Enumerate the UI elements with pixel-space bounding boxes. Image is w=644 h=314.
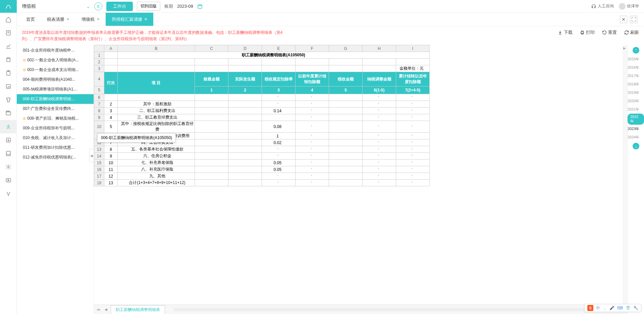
cell[interactable] <box>228 121 262 133</box>
nav-report-icon[interactable] <box>0 80 17 93</box>
cell[interactable] <box>329 180 363 186</box>
nav-tax-icon[interactable] <box>0 120 17 133</box>
year-item[interactable]: 2023年 <box>628 125 644 133</box>
row-header[interactable]: 5 <box>94 86 104 94</box>
year-item[interactable]: 2024年 <box>628 133 644 141</box>
cell[interactable]: * <box>396 114 430 121</box>
cell[interactable] <box>195 108 228 114</box>
cell[interactable]: * <box>396 146 430 153</box>
cell[interactable]: * <box>296 108 329 114</box>
cell-name[interactable]: 七、补充养老保险 <box>118 160 195 166</box>
cell[interactable] <box>228 101 262 108</box>
cell[interactable]: * <box>396 173 430 180</box>
cell[interactable] <box>195 166 228 173</box>
cell[interactable] <box>329 121 363 133</box>
tree-item[interactable]: 007-广告费和业务宣传费跨... <box>17 104 94 114</box>
nav-wallet-icon[interactable] <box>0 107 17 120</box>
cell[interactable]: * <box>363 146 396 153</box>
row-header[interactable]: 8 <box>94 108 104 114</box>
year-item[interactable]: 2015年 <box>628 55 644 63</box>
ime-lang-label[interactable]: 中 <box>596 305 600 311</box>
cell[interactable]: * <box>396 139 430 146</box>
year-item[interactable]: 2017年 <box>628 72 644 80</box>
ime-punct-icon[interactable]: ， <box>603 305 607 311</box>
download-button[interactable]: 下载 <box>558 29 573 36</box>
nav-chart-icon[interactable] <box>0 40 17 53</box>
row-header[interactable]: 2 <box>94 59 104 65</box>
cell[interactable]: * <box>296 160 329 166</box>
nav-home-icon[interactable] <box>0 13 17 26</box>
cell[interactable] <box>195 101 228 108</box>
tree-item[interactable]: ⊘002-一般企业收入明细表(A... <box>17 55 94 65</box>
cell[interactable] <box>329 94 363 101</box>
cell-rate[interactable]: * <box>262 94 296 101</box>
nav-money-icon[interactable] <box>0 53 17 66</box>
calendar-icon[interactable] <box>197 4 203 9</box>
cell[interactable]: * <box>363 121 396 133</box>
cell[interactable]: * <box>396 153 430 160</box>
col-header[interactable]: H <box>363 45 396 52</box>
tab-tax-list[interactable]: 税表清册✕ <box>41 13 75 26</box>
sheet-tab[interactable]: 职工薪酬纳税调整明细表 <box>111 305 165 314</box>
cell-name[interactable]: 二、职工福利费支出 <box>118 108 195 114</box>
row-header[interactable]: 10 <box>94 121 104 133</box>
cell[interactable] <box>195 114 228 121</box>
ime-skin-icon[interactable]: 👕 <box>626 306 631 310</box>
cell[interactable] <box>228 94 262 101</box>
cell[interactable] <box>228 114 262 121</box>
cell[interactable]: * <box>296 180 329 186</box>
cell-rate[interactable]: 0.08 <box>262 121 296 133</box>
rail-expand-icon[interactable]: ▶ <box>623 46 626 50</box>
cell-name[interactable]: 九、其他 <box>118 173 195 180</box>
ime-tool-icon[interactable]: 🔧 <box>633 306 638 310</box>
cell[interactable] <box>329 153 363 160</box>
cell[interactable] <box>329 108 363 114</box>
cell-name[interactable]: 六、住房公积金 <box>118 153 195 160</box>
cell[interactable] <box>228 108 262 114</box>
cell[interactable]: * <box>296 153 329 160</box>
row-header[interactable]: 4 <box>94 72 104 86</box>
cell[interactable]: * <box>396 180 430 186</box>
tab-expand-button[interactable]: ⛶ <box>630 16 637 23</box>
tree-item[interactable]: ⊘008-资产折旧、摊销及纳税... <box>17 114 94 123</box>
cell-seq[interactable]: 10 <box>104 160 118 166</box>
cell[interactable] <box>329 160 363 166</box>
row-header[interactable]: 18 <box>94 180 104 186</box>
cell-name[interactable]: 其中：按税收规定比例扣除的职工教育经费 <box>118 121 195 133</box>
col-header[interactable]: I <box>396 45 430 52</box>
cell[interactable] <box>329 139 363 146</box>
cell-seq[interactable]: 3 <box>104 108 118 114</box>
cell[interactable] <box>329 133 363 139</box>
cell[interactable]: * <box>296 133 329 139</box>
cell-rate[interactable]: 0.02 <box>262 139 296 146</box>
cell[interactable]: * <box>363 166 396 173</box>
cell[interactable] <box>195 121 228 133</box>
cell[interactable]: * <box>363 173 396 180</box>
cell[interactable] <box>329 101 363 108</box>
cell[interactable]: * <box>296 166 329 173</box>
cell[interactable] <box>195 180 228 186</box>
row-header[interactable]: 1 <box>94 52 104 59</box>
horizontal-scrollbar[interactable] <box>174 308 621 311</box>
cell-seq[interactable]: 2 <box>104 101 118 108</box>
tab-home[interactable]: 首页 <box>20 13 41 26</box>
consult-link[interactable]: 人工咨询 <box>591 3 614 9</box>
cell[interactable]: * <box>396 101 430 108</box>
row-header[interactable]: 13 <box>94 146 104 153</box>
cell[interactable] <box>228 146 262 153</box>
cell-rate[interactable]: 0.05 <box>262 160 296 166</box>
tree-item[interactable]: ⊘003-一般企业成本支出明细... <box>17 65 94 75</box>
nav-settings-icon[interactable] <box>0 160 17 174</box>
tab-vat[interactable]: 增值税✕ <box>75 13 106 26</box>
year-item[interactable]: 2022年 <box>628 114 644 125</box>
row-header[interactable]: 9 <box>94 114 104 121</box>
nav-tshirt-icon[interactable] <box>0 93 17 107</box>
cell[interactable] <box>329 114 363 121</box>
col-header[interactable]: D <box>228 45 262 52</box>
user-menu[interactable]: 徐泽华 <box>619 3 639 10</box>
cell[interactable] <box>195 94 228 101</box>
cell-rate[interactable]: 1 <box>262 133 296 139</box>
cell-name[interactable]: 五、各类基本社会保障性缴款 <box>118 146 195 153</box>
cell[interactable] <box>195 133 228 139</box>
cell-name[interactable]: 三、职工教育经费支出 <box>118 114 195 121</box>
